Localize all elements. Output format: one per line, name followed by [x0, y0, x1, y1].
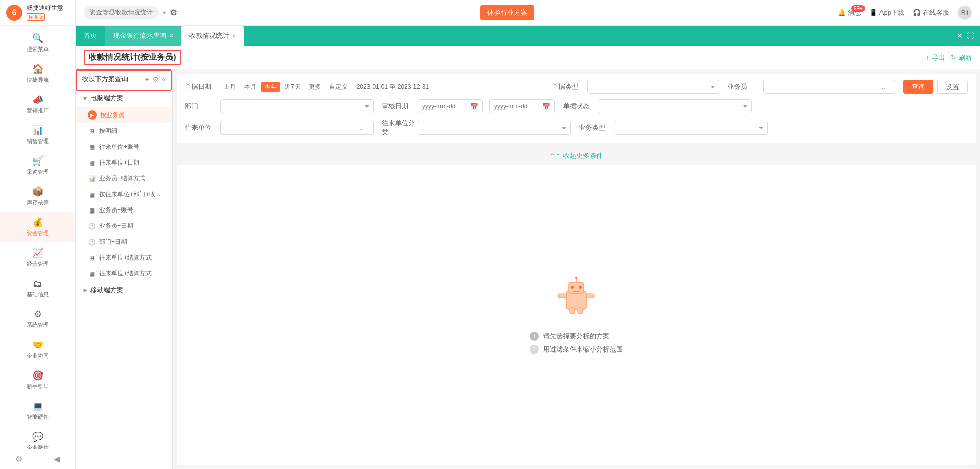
- sidebar-item-shortcut[interactable]: 🏠 快捷导航: [0, 58, 75, 89]
- scheme-item-salesperson-settle[interactable]: 📊 业务员+结算方式: [76, 171, 172, 186]
- sidebar-item-purchase[interactable]: 🛒 采购管理: [0, 150, 75, 181]
- query-btn[interactable]: 查询: [903, 80, 933, 94]
- win-maximize-btn[interactable]: ⛶: [967, 26, 974, 46]
- filter-actions: 查询 设置: [903, 80, 968, 94]
- tab-collection-close[interactable]: ×: [232, 32, 236, 39]
- clock-icon: 🕐: [88, 238, 96, 246]
- refresh-btn[interactable]: ↻ 刷新: [951, 53, 972, 62]
- service-icon: 🎧: [913, 9, 921, 16]
- audit-date-from[interactable]: 📅: [418, 99, 483, 113]
- date-tab-thismonth[interactable]: 本月: [241, 82, 259, 92]
- scheme-item-salesperson-date[interactable]: 🕐 业务员+日期: [76, 218, 172, 234]
- trial-btn[interactable]: 体验行业方案: [480, 5, 534, 20]
- logo-area: 6 畅捷通好生意 标准版: [0, 0, 75, 26]
- sidebar-item-guide[interactable]: 🎯 新手引导: [0, 365, 75, 395]
- sidebar-item-system[interactable]: ⚙ 系统管理: [0, 303, 75, 334]
- sidebar-item-operations[interactable]: 📈 经营管理: [0, 242, 75, 273]
- scheme-item-partner-date[interactable]: ▦ 往来单位+日期: [76, 155, 172, 171]
- filter-row-2: 部门 审核日期 📅 —: [185, 99, 968, 113]
- scheme-item-partner-settle2[interactable]: ▦ 往来单位+结算方式: [76, 266, 172, 282]
- sidebar-item-enterprise[interactable]: 🤝 企业协同: [0, 334, 75, 365]
- sidebar-item-label: 智能硬件: [27, 413, 49, 421]
- date-tab-7days[interactable]: 近7天: [282, 82, 304, 92]
- sidebar-item-marketing[interactable]: 📣 营销推广: [0, 89, 75, 120]
- export-btn[interactable]: ↑ 导出: [926, 53, 945, 62]
- sidebar-item-sales[interactable]: 📊 销售管理: [0, 120, 75, 150]
- sidebar-item-basic[interactable]: 🗂 基础信息: [0, 273, 75, 303]
- settings-btn[interactable]: 设置: [937, 80, 968, 94]
- sidebar-item-label: 采购管理: [27, 168, 49, 176]
- tab-home[interactable]: 首页: [76, 26, 105, 46]
- scheme-collapse-btn[interactable]: «: [162, 75, 166, 83]
- enterprise-icon: 🤝: [32, 339, 43, 350]
- scheme-item-detail[interactable]: ⊞ 按明细: [76, 123, 172, 139]
- user-avatar[interactable]: Rit: [958, 6, 972, 20]
- scheme-item-dept-date[interactable]: 🕐 部门+日期: [76, 234, 172, 250]
- service-btn[interactable]: 🎧 在线客服: [913, 8, 949, 17]
- tabs-row: 首页 现金银行流水查询 × 收款情况统计 × ✕ ⛶: [76, 26, 980, 46]
- download-icon: 📱: [869, 9, 877, 16]
- download-btn[interactable]: 📱 App下载: [869, 8, 904, 17]
- partner-category-select[interactable]: [418, 121, 571, 135]
- content-header: 收款情况统计(按业务员) ↑ 导出 ↻ 刷新: [76, 46, 980, 69]
- sidebar-item-label: 营销推广: [27, 107, 49, 114]
- svg-rect-2: [566, 291, 586, 309]
- partner-select[interactable]: ...: [220, 121, 374, 135]
- audit-date-from-input[interactable]: [422, 103, 468, 110]
- msg-btn[interactable]: 🔔 消息 99+: [838, 8, 861, 17]
- scheme-item-label: 部门+日期: [99, 238, 127, 246]
- empty-steps: 1 请先选择要分析的方案 2 用过滤条件来缩小分析范围: [530, 330, 623, 356]
- audit-date-to-input[interactable]: [494, 103, 540, 110]
- salesperson-dots[interactable]: ...: [881, 83, 887, 90]
- scheme-item-salesperson-account[interactable]: ▦ 业务员+账号: [76, 202, 172, 218]
- sidebar-item-search[interactable]: 🔍 搜索菜单: [0, 28, 75, 58]
- topbar-gear-icon[interactable]: ⚙: [170, 8, 177, 17]
- guide-icon: 🎯: [32, 370, 43, 381]
- dept-select[interactable]: [220, 99, 374, 113]
- win-close-btn[interactable]: ✕: [957, 26, 963, 46]
- scheme-item-label: 往来单位+日期: [99, 158, 139, 167]
- sidebar-item-hardware[interactable]: 💻 智能硬件: [0, 395, 75, 426]
- tab-bank[interactable]: 现金银行流水查询 ×: [105, 26, 181, 46]
- tab-home-label: 首页: [84, 31, 97, 40]
- sidebar-item-wechat[interactable]: 💬 企业微信: [0, 426, 75, 449]
- scheme-item-partner-settle1[interactable]: ⊞ 往来单位+结算方式: [76, 250, 172, 266]
- business-type-select[interactable]: [615, 121, 768, 135]
- salesperson-select[interactable]: ...: [763, 80, 895, 94]
- scheme-add-btn[interactable]: +: [145, 75, 149, 83]
- settings-footer-btn[interactable]: ⚙: [15, 454, 22, 464]
- scheme-item-partner-account[interactable]: ▦ 往来单位+账号: [76, 139, 172, 155]
- table-icon: ▦: [88, 206, 96, 215]
- date-tab-custom[interactable]: 自定义: [326, 82, 351, 92]
- date-tab-lastmonth[interactable]: 上月: [220, 82, 239, 92]
- filter-row-3: 往来单位 ... 往来单位分类 业务类型: [185, 119, 968, 137]
- scheme-settings-btn[interactable]: ⚙: [152, 75, 159, 83]
- voucher-status-select[interactable]: [599, 99, 752, 113]
- sidebar-item-finance[interactable]: 💰 资金管理: [0, 212, 75, 242]
- collapse-btn[interactable]: ⌃⌃ 收起更多条件: [177, 147, 976, 165]
- salesperson-label: 业务员: [727, 82, 763, 91]
- tab-bank-close[interactable]: ×: [169, 32, 173, 39]
- empty-state: 1 请先选择要分析的方案 2 用过滤条件来缩小分析范围: [177, 165, 976, 465]
- calendar-icon: 📅: [470, 103, 478, 110]
- scheme-section-mobile-title[interactable]: ▼ 移动端方案: [76, 282, 172, 299]
- section-label: 移动端方案: [90, 286, 124, 295]
- collapse-label: 收起更多条件: [563, 151, 603, 160]
- active-indicator: ▶: [88, 110, 97, 120]
- logo-icon: 6: [6, 5, 22, 21]
- breadcrumb-arrow[interactable]: ▾: [163, 9, 166, 16]
- collapse-footer-btn[interactable]: ◀: [54, 454, 60, 464]
- partner-dots[interactable]: ...: [360, 124, 365, 131]
- scheme-item-partner-dept-coll[interactable]: ▦ 按往来单位+部门+收...: [76, 186, 172, 202]
- scheme-item-salesperson[interactable]: ▶ 按业务员: [76, 107, 172, 123]
- date-tab-thisyear[interactable]: 本年: [261, 82, 280, 92]
- sidebar-item-inventory[interactable]: 📦 库存核算: [0, 181, 75, 212]
- voucher-type-select[interactable]: [587, 80, 720, 94]
- tab-collection-label: 收款情况统计: [189, 31, 229, 40]
- date-tab-more[interactable]: 更多: [306, 82, 324, 92]
- sidebar-item-label: 新手引导: [27, 383, 49, 390]
- audit-date-to[interactable]: 📅: [489, 99, 555, 113]
- scheme-section-desktop-title[interactable]: ▼ 电脑端方案: [76, 89, 172, 107]
- svg-rect-9: [586, 294, 594, 298]
- tab-collection[interactable]: 收款情况统计 ×: [181, 26, 244, 46]
